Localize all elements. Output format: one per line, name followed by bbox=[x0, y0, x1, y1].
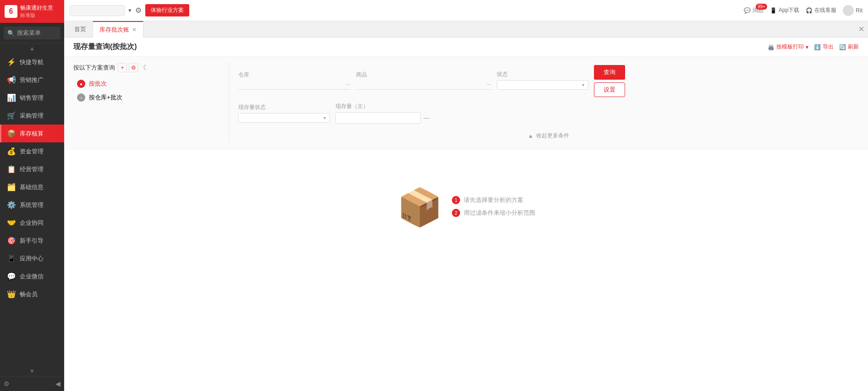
stock-qty-min-input[interactable] bbox=[335, 112, 421, 124]
refresh-button[interactable]: 🔄 刷新 bbox=[839, 43, 859, 51]
tab-inventory-batch-label: 库存批次账 bbox=[99, 26, 129, 34]
manage-plan-button[interactable]: ⚙ bbox=[129, 63, 138, 72]
sidebar-item-sales[interactable]: 📊 销售管理 bbox=[0, 89, 64, 107]
app-title: 畅康通好生意 bbox=[20, 4, 53, 12]
search-menu-button[interactable]: 🔍 搜索菜单 bbox=[4, 27, 60, 39]
stock-qty-label: 现存量（主） bbox=[335, 103, 429, 110]
user-menu-button[interactable]: Rit bbox=[843, 5, 863, 16]
sidebar-item-marketing[interactable]: 📢 营销推广 bbox=[0, 71, 64, 89]
app-download-button[interactable]: 📱 App下载 bbox=[770, 6, 799, 14]
marketing-icon: 📢 bbox=[7, 76, 16, 84]
sidebar-item-basic[interactable]: 🗂️ 基础信息 bbox=[0, 178, 64, 196]
sidebar-item-system[interactable]: ⚙️ 系统管理 bbox=[0, 196, 64, 214]
tip-num-2: 2 bbox=[452, 209, 460, 217]
tab-home[interactable]: 首页 bbox=[68, 21, 93, 38]
product-input[interactable] bbox=[356, 81, 484, 87]
page-header: 现存量查询(按批次) 🖨️ 按模板打印 ▾ ⬇️ 导出 🔄 刷新 bbox=[64, 38, 868, 57]
status-label: 状态 bbox=[497, 71, 588, 78]
status-select[interactable]: ▾ bbox=[497, 80, 588, 90]
tab-inventory-batch[interactable]: 库存批次账 ✕ bbox=[93, 21, 143, 38]
print-label: 按模板打印 bbox=[776, 43, 804, 51]
purchase-icon: 🛒 bbox=[7, 111, 16, 120]
export-label: 导出 bbox=[823, 43, 834, 51]
filter-field-stock-status: 现存量状态 ▾ bbox=[238, 103, 330, 123]
status-select-arrow: ▾ bbox=[582, 82, 584, 87]
plan-label-by-batch: 按批次 bbox=[89, 80, 107, 88]
product-input-wrap[interactable]: ··· bbox=[356, 81, 491, 90]
warehouse-more-icon[interactable]: ··· bbox=[346, 81, 351, 87]
content-area: 现存量查询(按批次) 🖨️ 按模板打印 ▾ ⬇️ 导出 🔄 刷新 bbox=[64, 38, 868, 391]
experience-industry-button[interactable]: 体验行业方案 bbox=[145, 4, 189, 16]
finance-icon: 💰 bbox=[7, 147, 16, 156]
tabbar-close-button[interactable]: ✕ bbox=[858, 25, 864, 33]
settings-button[interactable]: 设置 bbox=[594, 82, 625, 97]
page-actions: 🖨️ 按模板打印 ▾ ⬇️ 导出 🔄 刷新 bbox=[768, 43, 859, 51]
product-more-icon[interactable]: ··· bbox=[486, 81, 491, 87]
warehouse-label: 仓库 bbox=[238, 71, 351, 79]
topbar-search-input[interactable] bbox=[70, 5, 125, 16]
sidebar-item-enterprise[interactable]: 🤝 企业协同 bbox=[0, 214, 64, 232]
sidebar-item-purchase[interactable]: 🛒 采购管理 bbox=[0, 107, 64, 125]
plan-item-by-warehouse-batch[interactable]: ○ 按仓库+批次 bbox=[73, 91, 220, 104]
online-service-button[interactable]: 🎧 在线客服 bbox=[806, 6, 836, 14]
sidebar-item-label: 应用中心 bbox=[20, 255, 44, 263]
filter-row-1: 仓库 ··· 商品 ··· bbox=[238, 63, 859, 97]
message-button[interactable]: 💬 消息 99+ bbox=[744, 6, 764, 14]
print-button[interactable]: 🖨️ 按模板打印 ▾ bbox=[768, 43, 808, 51]
sidebar-item-app-center[interactable]: 📱 应用中心 bbox=[0, 250, 64, 267]
sidebar-scroll-up[interactable]: ▲ bbox=[0, 43, 64, 53]
sidebar-scroll-down[interactable]: ▼ bbox=[0, 366, 64, 376]
warehouse-input-wrap[interactable]: ··· bbox=[238, 81, 351, 90]
main-area: ▾ ⚙ 体验行业方案 💬 消息 99+ 📱 App下载 🎧 在线客服 Rit bbox=[64, 0, 868, 391]
app-edition: 标准版 bbox=[20, 12, 53, 19]
sidebar-item-inventory[interactable]: 📦 库存核算 bbox=[0, 125, 64, 142]
collapse-arrow-icon: ▲ bbox=[528, 133, 533, 139]
empty-tip-1: 1 请先选择要分析的方案 bbox=[452, 196, 535, 204]
stock-status-select[interactable]: ▾ bbox=[238, 113, 330, 123]
sidebar-item-member[interactable]: 👑 畅会员 bbox=[0, 285, 64, 303]
filter-title: 按以下方案查询 + ⚙ 《 bbox=[73, 63, 220, 72]
sidebar-item-finance[interactable]: 💰 资金管理 bbox=[0, 142, 64, 160]
collapse-more-conditions[interactable]: ▲ 收起更多条件 bbox=[238, 129, 859, 142]
sales-icon: 📊 bbox=[7, 93, 16, 102]
search-menu-label: 搜索菜单 bbox=[17, 29, 41, 37]
add-plan-button[interactable]: + bbox=[118, 63, 127, 72]
sidebar-item-label: 畅会员 bbox=[20, 290, 38, 299]
tab-close-button[interactable]: ✕ bbox=[132, 27, 137, 33]
export-button[interactable]: ⬇️ 导出 bbox=[814, 43, 834, 51]
topbar-dropdown-button[interactable]: ▾ bbox=[128, 7, 132, 14]
range-dash: — bbox=[423, 114, 429, 121]
collapse-label: 收起更多条件 bbox=[536, 132, 569, 140]
newbie-icon: 🎯 bbox=[7, 236, 16, 245]
member-icon: 👑 bbox=[7, 290, 16, 299]
sidebar-collapse-button[interactable]: ◀ bbox=[55, 380, 60, 387]
query-button[interactable]: 查询 bbox=[594, 65, 625, 80]
filter-fields-panel: 仓库 ··· 商品 ··· bbox=[229, 63, 859, 142]
sidebar: 6 畅康通好生意 标准版 🔍 搜索菜单 ▲ ⚡ 快捷导航 📢 营销推广 📊 销售… bbox=[0, 0, 64, 391]
product-label: 商品 bbox=[356, 71, 491, 79]
sidebar-item-operations[interactable]: 📋 经营管理 bbox=[0, 160, 64, 178]
filter-title-actions: + ⚙ 《 bbox=[118, 63, 146, 72]
online-service-label: 在线客服 bbox=[814, 6, 836, 14]
message-icon: 💬 bbox=[744, 7, 751, 14]
page-title: 现存量查询(按批次) bbox=[73, 42, 137, 52]
sidebar-item-newbie[interactable]: 🎯 新手引导 bbox=[0, 232, 64, 250]
warehouse-input[interactable] bbox=[238, 81, 344, 87]
sidebar-item-label: 库存核算 bbox=[20, 130, 44, 138]
print-dropdown-arrow[interactable]: ▾ bbox=[806, 44, 808, 50]
sidebar-settings-button[interactable]: ⚙ bbox=[4, 380, 10, 387]
quick-nav-icon: ⚡ bbox=[7, 58, 16, 66]
wechat-icon: 💬 bbox=[7, 272, 16, 281]
system-icon: ⚙️ bbox=[7, 201, 16, 209]
app-center-icon: 📱 bbox=[7, 254, 16, 263]
basic-icon: 🗂️ bbox=[7, 183, 16, 191]
topbar-gear-button[interactable]: ⚙ bbox=[135, 6, 142, 15]
sidebar-item-wechat[interactable]: 💬 企业微信 bbox=[0, 267, 64, 285]
sidebar-item-label: 基础信息 bbox=[20, 183, 44, 191]
sidebar-item-quick-nav[interactable]: ⚡ 快捷导航 bbox=[0, 53, 64, 71]
collapse-panel-button[interactable]: 《 bbox=[140, 63, 146, 72]
sidebar-item-label: 资金管理 bbox=[20, 147, 44, 156]
plan-item-by-batch[interactable]: ● 按批次 bbox=[73, 77, 220, 91]
printer-icon: 🖨️ bbox=[768, 44, 775, 50]
empty-tips: 1 请先选择要分析的方案 2 用过滤条件来缩小分析范围 bbox=[452, 196, 535, 217]
